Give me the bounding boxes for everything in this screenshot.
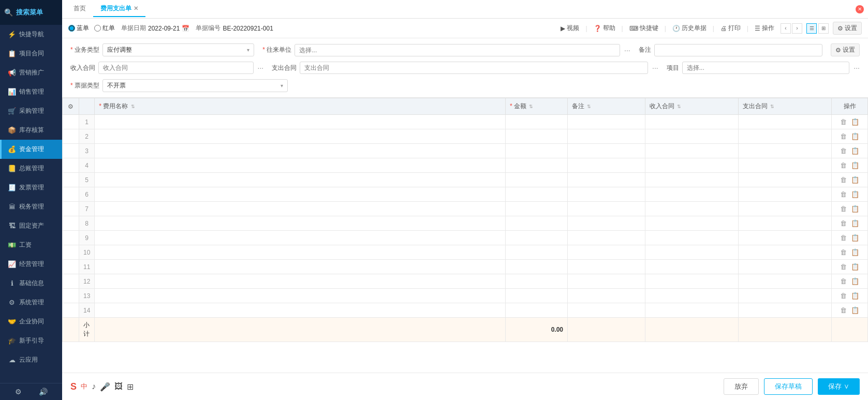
footer-icon-mic[interactable]: 🎤 <box>100 382 110 392</box>
delete-icon-13[interactable]: 🗑 <box>840 292 847 300</box>
sort-income-icon[interactable]: ⇅ <box>677 104 681 109</box>
cell-amount-5[interactable] <box>506 173 568 187</box>
delete-icon-14[interactable]: 🗑 <box>840 306 847 314</box>
sidebar-item-marketing[interactable]: 📢营销推广 <box>0 63 62 82</box>
cell-note-14[interactable] <box>568 303 645 318</box>
cell-note-7[interactable] <box>568 202 645 216</box>
delete-icon-10[interactable]: 🗑 <box>840 248 847 256</box>
tab-close-expense-bill[interactable]: ✕ <box>134 5 138 11</box>
copy-icon-1[interactable]: 📋 <box>851 118 859 126</box>
cell-expense-contract-2[interactable] <box>739 129 832 144</box>
cell-income-contract-2[interactable] <box>645 129 739 144</box>
sidebar-item-project-contract[interactable]: 📋项目合同 <box>0 44 62 63</box>
copy-icon-2[interactable]: 📋 <box>851 132 859 140</box>
grid-view-btn[interactable]: ⊞ <box>818 23 829 34</box>
delete-icon-3[interactable]: 🗑 <box>840 147 847 155</box>
cell-expense-contract-4[interactable] <box>739 158 832 173</box>
sidebar-item-tax-mgmt[interactable]: 🏛税务管理 <box>0 197 62 216</box>
video-btn[interactable]: ▶ 视频 <box>558 23 581 34</box>
cell-income-contract-11[interactable] <box>645 260 739 274</box>
cell-expense-name-3[interactable] <box>95 144 506 158</box>
cell-note-5[interactable] <box>568 173 645 187</box>
settings-btn[interactable]: ⚙ 设置 <box>833 22 862 35</box>
copy-icon-8[interactable]: 📋 <box>851 219 859 227</box>
cell-income-contract-1[interactable] <box>645 115 739 129</box>
cell-expense-name-6[interactable] <box>95 187 506 202</box>
sidebar-item-purchase-mgmt[interactable]: 🛒采购管理 <box>0 101 62 121</box>
sidebar-item-ops-mgmt[interactable]: 📈经营管理 <box>0 255 62 274</box>
delete-icon-9[interactable]: 🗑 <box>840 234 847 242</box>
invoice-type-select[interactable]: 不开票 ▾ <box>102 79 288 92</box>
cell-expense-name-11[interactable] <box>95 260 506 274</box>
cell-amount-6[interactable] <box>506 187 568 202</box>
income-contract-input[interactable] <box>98 62 254 74</box>
cell-note-4[interactable] <box>568 158 645 173</box>
cell-note-1[interactable] <box>568 115 645 129</box>
radio-blue-input[interactable] <box>68 25 75 32</box>
delete-icon-2[interactable]: 🗑 <box>840 132 847 140</box>
footer-icon-zh[interactable]: 中 <box>81 382 87 391</box>
cell-income-contract-8[interactable] <box>645 216 739 231</box>
calendar-icon[interactable]: 📅 <box>182 25 189 32</box>
cell-note-3[interactable] <box>568 144 645 158</box>
cell-income-contract-13[interactable] <box>645 289 739 303</box>
cell-amount-12[interactable] <box>506 274 568 289</box>
sidebar-item-salary[interactable]: 💵工资 <box>0 235 62 255</box>
delete-icon-5[interactable]: 🗑 <box>840 176 847 184</box>
cell-expense-name-7[interactable] <box>95 202 506 216</box>
delete-icon-7[interactable]: 🗑 <box>840 205 847 213</box>
sort-note-icon[interactable]: ⇅ <box>587 104 591 109</box>
cell-expense-name-2[interactable] <box>95 129 506 144</box>
cell-note-9[interactable] <box>568 231 645 245</box>
sidebar-item-sys-mgmt[interactable]: ⚙系统管理 <box>0 293 62 312</box>
cell-expense-contract-9[interactable] <box>739 231 832 245</box>
sidebar-item-inventory[interactable]: 📦库存核算 <box>0 121 62 140</box>
counterparty-input[interactable] <box>295 44 620 56</box>
cell-amount-8[interactable] <box>506 216 568 231</box>
cell-expense-contract-13[interactable] <box>739 289 832 303</box>
sidebar-item-basic-info[interactable]: ℹ基础信息 <box>0 274 62 293</box>
footer-icon-s[interactable]: S <box>70 381 77 392</box>
sidebar-item-sales-mgmt[interactable]: 📊销售管理 <box>0 82 62 101</box>
project-input[interactable] <box>682 62 850 74</box>
cell-income-contract-12[interactable] <box>645 274 739 289</box>
cell-expense-contract-12[interactable] <box>739 274 832 289</box>
copy-icon-13[interactable]: 📋 <box>851 292 859 300</box>
copy-icon-14[interactable]: 📋 <box>851 306 859 314</box>
cell-amount-2[interactable] <box>506 129 568 144</box>
col-settings-header[interactable]: ⚙ <box>63 98 79 115</box>
shortcuts-btn[interactable]: ⌨ 快捷键 <box>627 23 660 34</box>
delete-icon-6[interactable]: 🗑 <box>840 190 847 198</box>
cell-amount-9[interactable] <box>506 231 568 245</box>
sort-icon[interactable]: ⇅ <box>131 104 135 109</box>
help-btn[interactable]: ❓ 帮助 <box>592 23 617 34</box>
counterparty-more-icon[interactable]: ··· <box>624 46 630 54</box>
expense-contract-more-icon[interactable]: ··· <box>652 64 658 72</box>
cell-expense-name-9[interactable] <box>95 231 506 245</box>
cell-amount-14[interactable] <box>506 303 568 318</box>
cell-expense-name-4[interactable] <box>95 158 506 173</box>
settings-bottom-icon[interactable]: ⚙ <box>15 388 22 396</box>
footer-icon-music[interactable]: ♪ <box>92 382 96 391</box>
window-close-btn[interactable]: ✕ <box>856 5 864 13</box>
cell-amount-10[interactable] <box>506 245 568 260</box>
sidebar-item-invoice-mgmt[interactable]: 🧾发票管理 <box>0 178 62 197</box>
sidebar-search-label[interactable]: 搜索菜单 <box>16 8 43 17</box>
cell-amount-3[interactable] <box>506 144 568 158</box>
cell-income-contract-9[interactable] <box>645 231 739 245</box>
cell-note-13[interactable] <box>568 289 645 303</box>
print-btn[interactable]: 🖨 打印 <box>718 23 743 34</box>
cell-expense-contract-3[interactable] <box>739 144 832 158</box>
cell-note-11[interactable] <box>568 260 645 274</box>
note-input[interactable] <box>654 44 822 56</box>
cell-note-12[interactable] <box>568 274 645 289</box>
copy-icon-7[interactable]: 📋 <box>851 205 859 213</box>
delete-icon-12[interactable]: 🗑 <box>840 277 847 285</box>
sidebar-item-capital-mgmt[interactable]: 💰资金管理 <box>0 140 62 159</box>
save-btn[interactable]: 保存 ∨ <box>818 378 860 395</box>
cell-note-2[interactable] <box>568 129 645 144</box>
radio-red-input[interactable] <box>94 25 101 32</box>
copy-icon-5[interactable]: 📋 <box>851 176 859 184</box>
copy-icon-12[interactable]: 📋 <box>851 277 859 285</box>
bill-no-value[interactable]: BE-20220921-001 <box>223 25 273 32</box>
